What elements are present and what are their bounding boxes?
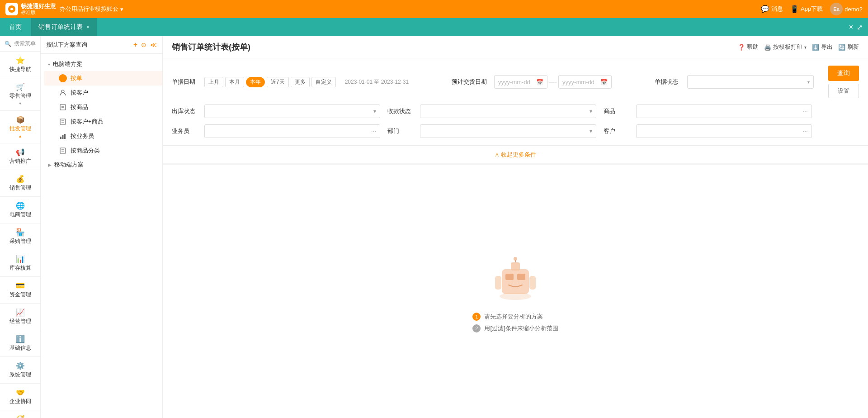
customer-dots-icon[interactable]: ··· — [802, 128, 808, 135]
sidebar-item-system[interactable]: ⚙️ 系统管理 — [0, 357, 40, 384]
sidebar-item-finance[interactable]: 💳 资金管理 — [0, 277, 40, 304]
sidebar-item-retail[interactable]: 🛒 零售管理 ▾ — [0, 78, 40, 111]
tab-bar: 首页 销售订单统计表 × × ⤢ — [0, 18, 868, 36]
tab-expand-icon[interactable]: ⤢ — [857, 23, 863, 32]
date-btn-this-year[interactable]: 本年 — [246, 77, 265, 87]
receive-status-select[interactable]: ▾ — [420, 104, 596, 118]
svg-rect-8 — [60, 137, 61, 139]
print-button[interactable]: 🖨️ 按模板打印 ▾ — [764, 43, 807, 51]
scheme-item-by-category[interactable]: 按商品分类 — [44, 143, 162, 158]
empty-illustration — [488, 251, 542, 305]
sidebar-sales-label: 销售管理 — [9, 184, 31, 192]
sidebar-item-wholesale[interactable]: 📦 批发管理 ▴ — [0, 111, 40, 143]
svg-rect-22 — [529, 276, 536, 290]
date-btn-more[interactable]: 更多 — [291, 77, 310, 87]
wholesale-arrow-icon: ▴ — [19, 133, 21, 138]
tab-home[interactable]: 首页 — [0, 18, 31, 36]
message-nav-item[interactable]: 💬 消息 — [761, 5, 783, 13]
sidebar-item-operations[interactable]: 📈 经营管理 — [0, 304, 40, 330]
scheme-group-pc: ▾ 电脑端方案 单 按单 按客户 — [41, 57, 162, 158]
salesperson-select[interactable]: ··· — [204, 124, 380, 138]
sidebar-operations-label: 经营管理 — [9, 318, 31, 325]
sidebar-item-guide[interactable]: 🧭 新手引导 — [0, 410, 40, 418]
page-actions: ❓ 帮助 🖨️ 按模板打印 ▾ ⬇️ 导出 🔄 刷新 — [738, 43, 859, 51]
date-btn-this-month[interactable]: 本月 — [225, 77, 244, 87]
export-label: 导出 — [821, 43, 833, 51]
scheme-group-mobile-header[interactable]: ▶ 移动端方案 — [41, 158, 162, 171]
query-settings-group: 查询 设置 — [828, 66, 859, 98]
tab-close-icon[interactable]: × — [86, 24, 90, 30]
scheme-item-by-salesperson[interactable]: 按业务员 — [44, 129, 162, 143]
help-icon: ❓ — [738, 44, 745, 51]
help-button[interactable]: ❓ 帮助 — [738, 43, 759, 51]
scheme-item-by-order[interactable]: 单 按单 — [44, 71, 162, 86]
receive-status-dropdown-icon: ▾ — [590, 108, 592, 114]
filter-row-3: 业务员 ··· 部门 ▾ 客户 ··· — [172, 124, 859, 138]
ship-status-select[interactable]: ▾ — [204, 104, 380, 118]
collapse-panel-button[interactable]: ≪ — [150, 41, 157, 48]
message-label: 消息 — [771, 5, 783, 13]
expected-date-to[interactable]: yyyy-mm-dd 📅 — [558, 75, 612, 89]
settings-scheme-button[interactable]: ⊙ — [141, 41, 146, 48]
scheme-group-pc-header[interactable]: ▾ 电脑端方案 — [41, 57, 162, 71]
username-label: demo2 — [844, 6, 863, 13]
breadcrumb-dropdown-icon[interactable]: ▾ — [120, 6, 123, 13]
status-select[interactable]: ▾ — [687, 75, 814, 89]
sidebar-item-inventory[interactable]: 📊 库存核算 — [0, 250, 40, 277]
enterprise-icon: 🤝 — [16, 388, 25, 397]
svg-rect-17 — [517, 274, 525, 280]
expected-date-label: 预计交货日期 — [452, 78, 487, 86]
sidebar-item-sales[interactable]: 💰 销售管理 — [0, 170, 40, 197]
sidebar-item-basic-info[interactable]: ℹ️ 基础信息 — [0, 330, 40, 357]
scheme-group-pc-name: 电脑端方案 — [53, 60, 82, 68]
sidebar-item-enterprise[interactable]: 🤝 企业协同 — [0, 384, 40, 410]
sidebar-search[interactable]: 🔍 搜索菜单 — [0, 36, 40, 52]
app-download-nav-item[interactable]: 📱 App下载 — [790, 5, 823, 13]
date-label: 单据日期 — [172, 78, 197, 86]
marketing-icon: 📢 — [16, 148, 25, 157]
collapse-bar[interactable]: ∧ 收起更多条件 — [163, 146, 868, 163]
goods-select[interactable]: ··· — [636, 104, 812, 118]
scheme-icon-category — [59, 147, 67, 155]
breadcrumb[interactable]: 办公用品行业模拟账套 ▾ — [60, 5, 123, 13]
export-icon: ⬇️ — [812, 44, 819, 51]
date-btn-last-month[interactable]: 上月 — [204, 77, 223, 87]
expected-date-from[interactable]: yyyy-mm-dd 📅 — [494, 75, 547, 89]
salesperson-dots-icon[interactable]: ··· — [371, 128, 377, 135]
svg-rect-18 — [511, 262, 520, 271]
app-download-label: App下载 — [801, 5, 823, 13]
sidebar-item-purchase[interactable]: 🏪 采购管理 — [0, 223, 40, 250]
scheme-item-by-customer[interactable]: 按客户 — [44, 86, 162, 100]
avatar-text: Ea — [834, 6, 840, 12]
query-button[interactable]: 查询 — [828, 66, 859, 81]
customer-select[interactable]: ··· — [636, 124, 812, 138]
sidebar-item-quick-nav[interactable]: ⭐ 快捷导航 — [0, 52, 40, 78]
sales-icon: 💰 — [16, 175, 25, 183]
print-label: 按模板打印 — [773, 43, 802, 51]
export-button[interactable]: ⬇️ 导出 — [812, 43, 833, 51]
settings-button[interactable]: 设置 — [828, 84, 859, 98]
user-nav-item[interactable]: Ea demo2 — [830, 3, 863, 15]
add-scheme-button[interactable]: + — [133, 41, 137, 49]
tab-collapse-icon[interactable]: × — [849, 23, 853, 31]
tab-bar-actions: × ⤢ — [849, 23, 868, 32]
wholesale-icon: 📦 — [16, 115, 25, 124]
sidebar-item-ecommerce[interactable]: 🌐 电商管理 — [0, 197, 40, 223]
sidebar-marketing-label: 营销推广 — [9, 157, 31, 165]
empty-tip-2-text: 用[过滤]条件来缩小分析范围 — [484, 324, 558, 332]
scheme-item-by-goods[interactable]: 按商品 — [44, 100, 162, 114]
date-btn-custom[interactable]: 自定义 — [311, 77, 336, 87]
status-dropdown-icon: ▾ — [807, 80, 810, 85]
logo-box: 畅捷通好生意 标准版 — [5, 3, 56, 16]
sidebar-item-marketing[interactable]: 📢 营销推广 — [0, 143, 40, 170]
goods-dots-icon[interactable]: ··· — [802, 108, 808, 115]
tab-sales-statistics[interactable]: 销售订单统计表 × — [31, 18, 97, 36]
date-btn-7days[interactable]: 近7天 — [267, 77, 289, 87]
refresh-label: 刷新 — [847, 43, 859, 51]
left-panel-icons: + ⊙ ≪ — [133, 41, 157, 49]
refresh-button[interactable]: 🔄 刷新 — [838, 43, 859, 51]
left-panel-header: 按以下方案查询 + ⊙ ≪ — [41, 36, 162, 54]
scheme-item-by-customer-goods[interactable]: 按客户+商品 — [44, 114, 162, 129]
department-select[interactable]: ▾ — [420, 124, 596, 138]
ecommerce-icon: 🌐 — [16, 201, 25, 210]
